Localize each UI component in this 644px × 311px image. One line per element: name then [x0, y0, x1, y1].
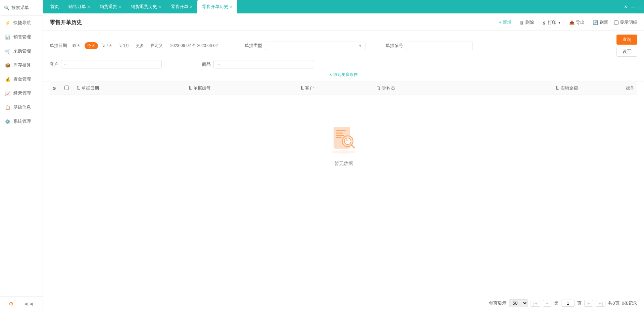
- col-settings[interactable]: ⚙: [50, 82, 62, 95]
- collapse-bar[interactable]: ∧ 收起更多条件: [50, 72, 637, 77]
- sidebar-icon-inventory: 📦: [5, 62, 11, 68]
- tab-home[interactable]: 首页: [46, 0, 64, 13]
- svg-line-8: [351, 145, 354, 148]
- sidebar-icon-operations: 📈: [5, 90, 11, 96]
- settings-bottom-icon[interactable]: ⚙: [9, 301, 13, 307]
- page-title: 零售开单历史: [50, 19, 82, 26]
- delete-icon: 🗑: [519, 20, 524, 25]
- top-nav: 首页销售订单 ✕销货退货 ✕销货退货历史 ✕零售开单 ✕零售开单历史 ✕ ✕ —…: [43, 0, 644, 13]
- tab-sales-return-history[interactable]: 销货退货历史 ✕: [126, 0, 166, 13]
- sidebar-label-sys-mgmt: 系统管理: [13, 118, 31, 124]
- sidebar-label-quick-nav: 快捷导航: [13, 20, 31, 26]
- customer-label: 客户: [50, 61, 58, 67]
- filter-row-1: 单据日期 昨天 今天 近7天 近1月 更多 自定义 2023-06-02 至 2…: [50, 35, 637, 57]
- table-wrapper: ⚙ ⇅ 单据日期 ⇅ 单据编号 ⇅ 客户: [43, 82, 644, 295]
- print-button[interactable]: 🖨 打印 ▼: [540, 18, 563, 27]
- collapse-sidebar-icon[interactable]: ◄◄: [23, 301, 34, 307]
- filter-area: 单据日期 昨天 今天 近7天 近1月 更多 自定义 2023-06-02 至 2…: [43, 31, 644, 82]
- customer-input[interactable]: ···: [61, 60, 162, 68]
- total-count: 共0页, 0条记录: [608, 300, 637, 306]
- tab-close-sales-return-history[interactable]: ✕: [158, 5, 161, 9]
- sidebar-icon-quick-nav: ⚡: [5, 20, 11, 26]
- page-prefix: 第: [554, 300, 558, 306]
- content-area: 零售开单历史 + 新增 🗑 删除 🖨 打印 ▼ 📤 导出 🔄: [43, 13, 644, 311]
- export-icon: 📤: [569, 20, 575, 25]
- sidebar-item-sales-mgmt[interactable]: 📊销售管理: [0, 30, 43, 44]
- svg-point-0: [332, 150, 355, 154]
- maximize-icon[interactable]: □: [639, 4, 641, 9]
- sidebar-icon-sys-mgmt: ⚙️: [5, 118, 11, 124]
- sidebar-icon-purchase-mgmt: 🛒: [5, 48, 11, 54]
- sidebar-icon-basic-info: 📋: [5, 104, 11, 110]
- pagination: 每页显示 50 10 20 100 |◄ ◄ 第 1 页 ► ►| 共0页, 0…: [43, 295, 644, 311]
- sidebar-label-operations: 经营管理: [13, 90, 31, 96]
- tab-retail-open-history[interactable]: 零售开单历史 ✕: [197, 0, 237, 13]
- sidebar-item-inventory[interactable]: 📦库存核算: [0, 58, 43, 72]
- sidebar-search[interactable]: 🔍 搜索采单: [0, 0, 43, 16]
- doc-type-select[interactable]: ▼: [265, 42, 365, 50]
- setting-button[interactable]: 设置: [616, 47, 637, 57]
- page-input[interactable]: 1: [561, 300, 575, 307]
- tab-close-sales-order[interactable]: ✕: [87, 5, 90, 9]
- sidebar-search-label: 搜索采单: [11, 5, 29, 11]
- yesterday-btn[interactable]: 昨天: [70, 42, 83, 49]
- col-date[interactable]: ⇅ 单据日期: [74, 82, 186, 95]
- tab-label-sales-return: 销货退货: [100, 4, 117, 10]
- query-button[interactable]: 查询: [616, 35, 637, 45]
- sidebar-item-basic-info[interactable]: 📋基础信息: [0, 100, 43, 114]
- delete-button[interactable]: 🗑 删除: [517, 18, 536, 27]
- svg-point-7: [344, 138, 351, 145]
- refresh-button[interactable]: 🔄 刷新: [591, 18, 610, 27]
- export-button[interactable]: 📤 导出: [567, 18, 587, 27]
- action-buttons: 查询 设置: [616, 35, 637, 57]
- next-page-btn[interactable]: ►: [584, 300, 593, 307]
- tab-close-retail-open[interactable]: ✕: [190, 5, 193, 9]
- top-nav-right: ✕ — □: [624, 4, 641, 9]
- first-page-btn[interactable]: |◄: [531, 300, 540, 307]
- sidebar-item-purchase-mgmt[interactable]: 🛒采购管理: [0, 44, 43, 58]
- data-table: ⚙ ⇅ 单据日期 ⇅ 单据编号 ⇅ 客户: [50, 82, 637, 95]
- svg-point-9: [346, 139, 348, 141]
- svg-rect-3: [336, 133, 343, 134]
- prev-page-btn[interactable]: ◄: [543, 300, 552, 307]
- sidebar-item-finance[interactable]: 💰资金管理: [0, 72, 43, 86]
- search-icon: 🔍: [4, 5, 9, 10]
- custom-btn[interactable]: 自定义: [148, 42, 165, 49]
- last-page-btn[interactable]: ►|: [596, 300, 605, 307]
- tab-close-retail-open-history[interactable]: ✕: [230, 5, 233, 9]
- add-button[interactable]: + 新增: [497, 18, 513, 27]
- col-action: 操作: [581, 82, 637, 95]
- week-btn[interactable]: 近7天: [99, 42, 115, 49]
- refresh-icon: 🔄: [593, 20, 598, 25]
- col-amount[interactable]: ⇅ 实销金额: [468, 82, 580, 95]
- close-window-icon[interactable]: ✕: [624, 4, 628, 9]
- col-customer[interactable]: ⇅ 客户: [298, 82, 374, 95]
- show-detail-checkbox[interactable]: 显示明细: [614, 19, 637, 25]
- collapse-label: 收起更多条件: [334, 72, 358, 77]
- tab-sales-order[interactable]: 销售订单 ✕: [64, 0, 95, 13]
- minimize-icon[interactable]: —: [631, 4, 635, 9]
- sidebar-label-sales-mgmt: 销售管理: [13, 34, 31, 40]
- tab-close-sales-return[interactable]: ✕: [118, 5, 121, 9]
- sidebar-item-sys-mgmt[interactable]: ⚙️系统管理: [0, 114, 43, 128]
- more-btn[interactable]: 更多: [133, 42, 147, 49]
- filter-row-2: 客户 ··· 商品 ···: [50, 60, 637, 68]
- sidebar-item-quick-nav[interactable]: ⚡快捷导航: [0, 16, 43, 30]
- col-check[interactable]: [62, 82, 74, 95]
- month-btn[interactable]: 近1月: [116, 42, 132, 49]
- tab-sales-return[interactable]: 销货退货 ✕: [95, 0, 126, 13]
- sidebar-label-inventory: 库存核算: [13, 62, 31, 68]
- per-page-select[interactable]: 50 10 20 100: [509, 299, 528, 307]
- col-guide[interactable]: ⇅ 导购员: [374, 82, 468, 95]
- toolbar: + 新增 🗑 删除 🖨 打印 ▼ 📤 导出 🔄 刷新: [497, 18, 637, 27]
- tab-label-retail-open-history: 零售开单历史: [202, 4, 228, 10]
- tab-retail-open[interactable]: 零售开单 ✕: [166, 0, 197, 13]
- col-no[interactable]: ⇅ 单据编号: [186, 82, 297, 95]
- sidebar-item-operations[interactable]: 📈经营管理: [0, 86, 43, 100]
- print-icon: 🖨: [542, 20, 546, 25]
- doc-no-input[interactable]: [406, 42, 473, 50]
- doc-type-filter: 单据类型 ▼: [245, 42, 365, 50]
- today-btn[interactable]: 今天: [85, 42, 98, 49]
- empty-text: 暂无数据: [334, 161, 353, 167]
- goods-input[interactable]: ···: [213, 60, 314, 68]
